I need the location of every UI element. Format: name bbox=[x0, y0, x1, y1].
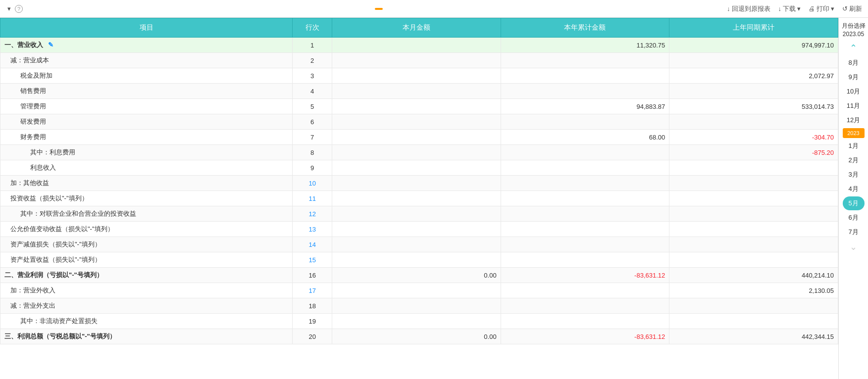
row-number-cell[interactable]: 12 bbox=[293, 206, 332, 222]
item-cell: 减：营业外支出 bbox=[0, 298, 293, 314]
table-area: 项目 行次 本月金额 本年累计金额 上年同期累计 一、营业收入 ✎111,320… bbox=[0, 18, 838, 379]
item-cell: 税金及附加 bbox=[0, 68, 293, 84]
month-selector-title: 月份选择 2023.05 bbox=[842, 20, 866, 41]
row-number-cell[interactable]: 10 bbox=[293, 176, 332, 191]
month-item[interactable]: 2月 bbox=[843, 153, 865, 167]
month-item[interactable]: 12月 bbox=[843, 113, 865, 127]
month-item[interactable]: 1月 bbox=[843, 139, 865, 153]
refresh-icon: ↺ bbox=[842, 5, 848, 12]
year-amount-cell bbox=[501, 206, 669, 222]
year-amount-cell: 68.00 bbox=[501, 130, 669, 145]
download-button[interactable]: ↓ 下载 ▾ bbox=[778, 4, 801, 13]
prev-amount-cell bbox=[669, 114, 838, 130]
table-row: 利息收入9 bbox=[0, 160, 838, 176]
prev-amount-cell bbox=[669, 176, 838, 191]
row-number-cell: 16 bbox=[293, 268, 332, 283]
month-amount-cell: 0.00 bbox=[332, 268, 501, 283]
all-dropdown[interactable]: ▾ bbox=[6, 5, 11, 12]
row-number-cell: 6 bbox=[293, 114, 332, 130]
prev-amount-cell bbox=[669, 252, 838, 268]
table-row: 财务费用768.00-304.70 bbox=[0, 130, 838, 145]
item-cell: 研发费用 bbox=[0, 114, 293, 130]
prev-amount-cell bbox=[669, 84, 838, 99]
year-amount-cell bbox=[501, 191, 669, 206]
row-number-cell[interactable]: 14 bbox=[293, 237, 332, 252]
month-amount-cell bbox=[332, 130, 501, 145]
status-badge bbox=[375, 8, 383, 10]
item-cell: 资产减值损失（损失以"-"填列） bbox=[0, 237, 293, 252]
row-number-cell: 3 bbox=[293, 68, 332, 84]
month-amount-cell: 0.00 bbox=[332, 329, 501, 344]
year-amount-cell: 94,883.87 bbox=[501, 99, 669, 114]
year-amount-cell bbox=[501, 314, 669, 329]
row-number-cell: 19 bbox=[293, 314, 332, 329]
row-number-cell: 18 bbox=[293, 298, 332, 314]
refresh-button[interactable]: ↺ 刷新 bbox=[842, 4, 862, 13]
table-row: 销售费用4 bbox=[0, 84, 838, 99]
month-item[interactable]: 10月 bbox=[843, 85, 865, 98]
year-amount-cell bbox=[501, 237, 669, 252]
item-cell: 二、营业利润（亏损以"-"号填列） bbox=[0, 268, 293, 283]
prev-amount-cell bbox=[669, 222, 838, 237]
table-row: 加：营业外收入172,130.05 bbox=[0, 283, 838, 298]
item-cell: 其中：利息费用 bbox=[0, 145, 293, 160]
table-row: 其中：非流动资产处置损失19 bbox=[0, 314, 838, 329]
item-cell: 减：营业成本 bbox=[0, 53, 293, 68]
month-item[interactable]: 3月 bbox=[843, 168, 865, 182]
header-item: 项目 bbox=[0, 18, 293, 38]
year-amount-cell bbox=[501, 160, 669, 176]
help-icon[interactable]: ? bbox=[15, 5, 23, 13]
prev-amount-cell: -875.20 bbox=[669, 145, 838, 160]
row-number-cell: 8 bbox=[293, 145, 332, 160]
year-amount-cell bbox=[501, 84, 669, 99]
print-button[interactable]: 🖨 打印 ▾ bbox=[809, 4, 834, 13]
month-amount-cell bbox=[332, 222, 501, 237]
month-item[interactable]: 5月 bbox=[843, 196, 865, 210]
month-amount-cell bbox=[332, 114, 501, 130]
prev-amount-cell: 442,344.15 bbox=[669, 329, 838, 344]
row-number-cell[interactable]: 17 bbox=[293, 283, 332, 298]
prev-amount-cell bbox=[669, 191, 838, 206]
prev-amount-cell bbox=[669, 53, 838, 68]
month-item[interactable]: 8月 bbox=[843, 56, 865, 70]
month-amount-cell bbox=[332, 176, 501, 191]
month-item[interactable]: 2023 bbox=[843, 128, 865, 138]
chevron-down-icon: ▾ bbox=[797, 5, 801, 12]
table-row: 减：营业外支出18 bbox=[0, 298, 838, 314]
month-nav-up[interactable]: ⌃ bbox=[848, 41, 859, 55]
table-row: 投资收益（损失以"-"填列）11 bbox=[0, 191, 838, 206]
row-number-cell[interactable]: 15 bbox=[293, 252, 332, 268]
year-amount-cell bbox=[501, 68, 669, 84]
edit-icon[interactable]: ✎ bbox=[46, 41, 53, 48]
item-cell: 其中：对联营企业和合营企业的投资收益 bbox=[0, 206, 293, 222]
year-amount-cell bbox=[501, 145, 669, 160]
month-item[interactable]: 9月 bbox=[843, 70, 865, 84]
back-button[interactable]: ↓ 回退到原报表 bbox=[727, 4, 770, 13]
row-number-cell: 2 bbox=[293, 53, 332, 68]
month-item[interactable]: 6月 bbox=[843, 211, 865, 225]
month-amount-cell bbox=[332, 53, 501, 68]
item-cell: 加：营业外收入 bbox=[0, 283, 293, 298]
prev-amount-cell: -304.70 bbox=[669, 130, 838, 145]
chevron-down-icon: ▾ bbox=[831, 5, 834, 12]
table-row: 加：其他收益10 bbox=[0, 176, 838, 191]
prev-amount-cell bbox=[669, 206, 838, 222]
month-amount-cell bbox=[332, 237, 501, 252]
month-item[interactable]: 11月 bbox=[843, 99, 865, 113]
prev-amount-cell: 533,014.73 bbox=[669, 99, 838, 114]
month-item[interactable]: 7月 bbox=[843, 225, 865, 239]
month-amount-cell bbox=[332, 206, 501, 222]
item-cell: 三、利润总额（亏税总额以"-"号填列） bbox=[0, 329, 293, 344]
header-prev: 上年同期累计 bbox=[669, 18, 838, 38]
report-table: 项目 行次 本月金额 本年累计金额 上年同期累计 一、营业收入 ✎111,320… bbox=[0, 18, 838, 344]
row-number-cell[interactable]: 13 bbox=[293, 222, 332, 237]
item-cell: 资产处置收益（损失以"-"填列） bbox=[0, 252, 293, 268]
item-cell: 销售费用 bbox=[0, 84, 293, 99]
month-sidebar: 月份选择 2023.05 ⌃ 8月9月10月11月12月20231月2月3月4月… bbox=[838, 18, 868, 379]
month-amount-cell bbox=[332, 145, 501, 160]
month-item[interactable]: 4月 bbox=[843, 182, 865, 196]
row-number-cell[interactable]: 11 bbox=[293, 191, 332, 206]
table-row: 税金及附加32,072.97 bbox=[0, 68, 838, 84]
month-nav-down[interactable]: ⌄ bbox=[848, 239, 859, 254]
table-row: 一、营业收入 ✎111,320.75974,997.10 bbox=[0, 38, 838, 53]
